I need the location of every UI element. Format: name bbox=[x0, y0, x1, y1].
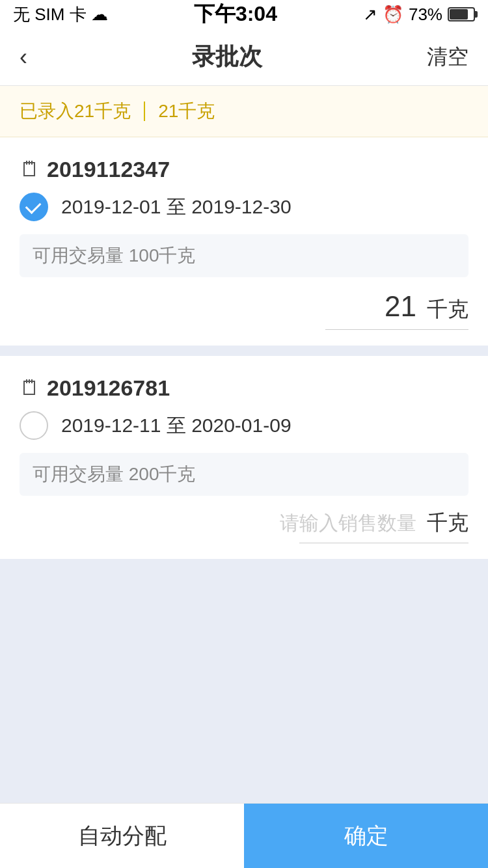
clear-button[interactable]: 清空 bbox=[427, 43, 468, 72]
battery-percent: 73% bbox=[409, 5, 442, 25]
status-right: ↗ ⏰ 73% bbox=[363, 5, 475, 25]
nav-bar: ‹ 录批次 清空 bbox=[0, 29, 488, 86]
batch-date-1: 2019-12-01 至 2019-12-30 bbox=[61, 194, 291, 221]
sim-label: 无 SIM 卡 ☁ bbox=[13, 3, 108, 26]
avail-text-1: 可用交易量 100千克 bbox=[33, 245, 196, 265]
section-divider bbox=[0, 346, 488, 356]
batch-id-2: 2019126781 bbox=[47, 375, 170, 401]
location-icon: ↗ bbox=[363, 5, 377, 25]
batch-item-2: 🗒 2019126781 2019-12-11 至 2020-01-09 可用交… bbox=[0, 356, 488, 496]
batch-id-1: 2019112347 bbox=[47, 157, 170, 182]
avail-box-2: 可用交易量 200千克 bbox=[20, 453, 468, 496]
amount-unit-1: 千克 bbox=[427, 295, 468, 324]
radio-2[interactable] bbox=[20, 411, 48, 440]
batch-row-1[interactable]: 2019-12-01 至 2019-12-30 bbox=[20, 193, 468, 221]
batch-date-2: 2019-12-11 至 2020-01-09 bbox=[61, 413, 291, 439]
batch-row-2[interactable]: 2019-12-11 至 2020-01-09 bbox=[20, 411, 468, 440]
info-banner: 已录入21千克 21千克 bbox=[0, 86, 488, 137]
info-divider bbox=[144, 102, 145, 121]
back-button[interactable]: ‹ bbox=[20, 44, 27, 71]
alarm-icon: ⏰ bbox=[383, 5, 403, 25]
avail-text-2: 可用交易量 200千克 bbox=[33, 464, 196, 484]
status-time: 下午3:04 bbox=[194, 0, 277, 29]
page-title: 录批次 bbox=[192, 41, 262, 73]
amount-row-1: 21 千克 bbox=[0, 277, 488, 346]
battery-icon bbox=[448, 7, 475, 21]
avail-box-1: 可用交易量 100千克 bbox=[20, 234, 468, 277]
input-unit-2: 千克 bbox=[427, 509, 468, 537]
status-bar: 无 SIM 卡 ☁ 下午3:04 ↗ ⏰ 73% bbox=[0, 0, 488, 29]
gray-area bbox=[0, 559, 488, 819]
info-label: 已录入21千克 bbox=[20, 99, 131, 124]
batch-header-2: 🗒 2019126781 bbox=[20, 375, 468, 401]
batch-header-1: 🗒 2019112347 bbox=[20, 157, 468, 182]
batch-icon-2: 🗒 bbox=[20, 376, 40, 400]
input-underline-2 bbox=[299, 543, 468, 543]
info-value: 21千克 bbox=[158, 99, 215, 124]
input-placeholder-2: 请输入销售数量 bbox=[280, 510, 416, 537]
input-row-2[interactable]: 请输入销售数量 千克 bbox=[0, 496, 488, 559]
amount-value-1: 21 bbox=[385, 290, 416, 323]
auto-assign-button[interactable]: 自动分配 bbox=[0, 804, 244, 868]
radio-1[interactable] bbox=[20, 193, 48, 221]
batch-icon-1: 🗒 bbox=[20, 157, 40, 182]
status-left: 无 SIM 卡 ☁ bbox=[13, 3, 108, 26]
bottom-bar: 自动分配 确定 bbox=[0, 803, 488, 868]
amount-underline-1 bbox=[325, 329, 468, 330]
batch-item-1: 🗒 2019112347 2019-12-01 至 2019-12-30 可用交… bbox=[0, 137, 488, 277]
confirm-button[interactable]: 确定 bbox=[244, 804, 488, 868]
